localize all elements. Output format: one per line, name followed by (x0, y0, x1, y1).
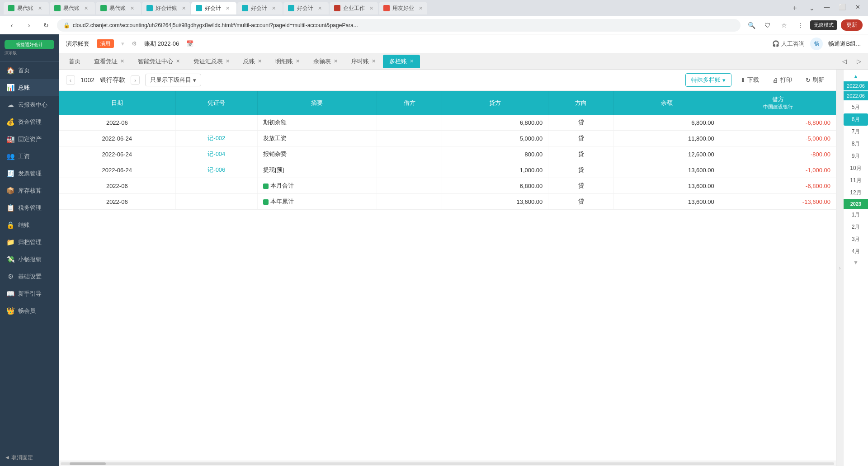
date-nav-month-4月[interactable]: 4月 (844, 245, 868, 258)
browser-tab-7[interactable]: 好会计 ✕ (283, 2, 329, 14)
print-button[interactable]: 🖨 打印 (768, 74, 797, 86)
unpin-button[interactable]: ◄ 取消固定 (5, 454, 54, 461)
tab-collapse-button[interactable]: ◁ (839, 56, 850, 67)
tab-close-icon[interactable]: ✕ (419, 5, 423, 11)
back-button[interactable]: ‹ (5, 19, 18, 32)
new-tab-button[interactable]: + (789, 3, 800, 14)
app-tab-close-icon[interactable]: ✕ (296, 58, 300, 64)
horizontal-scrollbar[interactable] (59, 461, 836, 466)
app-tab-智能凭证中心[interactable]: 智能凭证中心✕ (132, 55, 186, 68)
forward-button[interactable]: › (23, 19, 35, 32)
adblock-icon[interactable]: 🛡 (761, 19, 774, 32)
voucher-link[interactable]: 记-004 (208, 151, 225, 157)
url-input[interactable]: 🔒 cloud2.chanjet.com/accounting/uh26t264… (57, 19, 741, 32)
close-window-button[interactable]: ✕ (851, 2, 864, 12)
browser-tab-8[interactable]: 企业工作 ✕ (330, 2, 378, 14)
browser-tab-1[interactable]: 易代账 ✕ (4, 2, 49, 14)
app-tab-明细账[interactable]: 明细账✕ (269, 55, 306, 68)
tab-close-icon[interactable]: ✕ (318, 5, 322, 11)
sidebar-item-云报表中心[interactable]: ☁ 云报表中心 (0, 96, 59, 113)
sidebar-item-税务管理[interactable]: 📋 税务管理 (0, 199, 59, 217)
sidebar-item-新手引导[interactable]: 📖 新手引导 (0, 285, 59, 302)
app-tab-close-icon[interactable]: ✕ (120, 58, 124, 64)
sidebar-item-工资[interactable]: 👥 工资 (0, 148, 59, 165)
sidebar-item-资金管理[interactable]: 💰 资金管理 (0, 113, 59, 131)
sidebar-item-归档管理[interactable]: 📁 归档管理 (0, 234, 59, 251)
sidebar-item-固定资产[interactable]: 🏭 固定资产 (0, 131, 59, 148)
calendar-icon[interactable]: 📅 (186, 40, 193, 47)
settings-icon[interactable]: ⚙ (132, 40, 137, 47)
app-tab-close-icon[interactable]: ✕ (334, 58, 338, 64)
consultant-button[interactable]: 🎧 人工咨询 (772, 40, 805, 48)
tab-close-icon[interactable]: ✕ (182, 5, 186, 11)
browser-tab-4[interactable]: 好会计账 ✕ (142, 2, 190, 14)
browser-tab-5[interactable]: 好会计 ✕ (191, 2, 236, 14)
app-tab-close-icon[interactable]: ✕ (258, 58, 262, 64)
date-nav-month-5月[interactable]: 5月 (844, 101, 868, 113)
sidebar-item-首页[interactable]: 🏠 首页 (0, 62, 59, 79)
download-button[interactable]: ⬇ 下载 (736, 74, 764, 86)
cell-voucher[interactable]: 记-002 (175, 131, 258, 146)
date-nav-month-1月[interactable]: 1月 (844, 209, 868, 221)
reload-button[interactable]: ↻ (40, 19, 52, 32)
date-nav-down-button[interactable]: ▼ (844, 258, 868, 268)
scrollbar-thumb[interactable] (70, 462, 106, 465)
filter-select[interactable]: 只显示下级科目 ▾ (145, 74, 201, 86)
date-nav-month-7月[interactable]: 7月 (844, 126, 868, 138)
tab-close-icon[interactable]: ✕ (226, 5, 230, 11)
sidebar-item-总账[interactable]: 📊 总账 (0, 79, 59, 96)
sidebar-item-基础设置[interactable]: ⚙ 基础设置 (0, 268, 59, 285)
date-nav-month-9月[interactable]: 9月 (844, 150, 868, 162)
refresh-button[interactable]: ↻ 刷新 (801, 74, 829, 86)
browser-tab-6[interactable]: 好会计 ✕ (237, 2, 283, 14)
date-nav-up-button[interactable]: ▲ (844, 71, 868, 81)
minimize-button[interactable]: — (820, 2, 834, 12)
cell-voucher[interactable]: 记-004 (175, 146, 258, 162)
app-tab-close-icon[interactable]: ✕ (226, 58, 230, 64)
app-tab-close-icon[interactable]: ✕ (176, 58, 180, 64)
browser-tab-9[interactable]: 用友好业 ✕ (379, 2, 427, 14)
browser-tab-3[interactable]: 易代账 ✕ (96, 2, 141, 14)
scrollbar-track[interactable] (61, 462, 834, 465)
browser-settings-icon[interactable]: ⋮ (794, 19, 807, 32)
voucher-link[interactable]: 记-002 (208, 135, 225, 141)
tab-close-icon[interactable]: ✕ (84, 5, 88, 11)
tab-overflow-button[interactable]: ⌄ (806, 2, 818, 14)
voucher-link[interactable]: 记-006 (208, 166, 225, 173)
sidebar-item-小畅报销[interactable]: 💸 小畅报销 (0, 251, 59, 268)
date-nav-month-8月[interactable]: 8月 (844, 138, 868, 150)
app-tab-多栏账[interactable]: 多栏账✕ (383, 55, 420, 68)
maximize-button[interactable]: ⬜ (835, 2, 849, 12)
tab-close-icon[interactable]: ✕ (38, 5, 42, 11)
search-icon[interactable]: 🔍 (745, 19, 758, 32)
date-nav-month-3月[interactable]: 3月 (844, 233, 868, 245)
update-button[interactable]: 更新 (841, 19, 863, 31)
date-nav-month-12月[interactable]: 12月 (844, 187, 868, 199)
app-tab-余额表[interactable]: 余额表✕ (307, 55, 344, 68)
app-tab-总账[interactable]: 总账✕ (237, 55, 268, 68)
multi-col-button[interactable]: 特殊多栏账 ▾ (685, 73, 731, 87)
tab-close-icon[interactable]: ✕ (130, 5, 134, 11)
tab-close-icon[interactable]: ✕ (369, 5, 373, 11)
demo-badge[interactable]: 演用 (97, 39, 114, 48)
collapse-handle[interactable]: › (836, 70, 843, 466)
sidebar-item-畅会员[interactable]: 👑 畅会员 (0, 302, 59, 320)
sidebar-item-库存核算[interactable]: 📦 库存核算 (0, 182, 59, 199)
app-tab-序时账[interactable]: 序时账✕ (345, 55, 382, 68)
app-tab-close-icon[interactable]: ✕ (410, 58, 414, 64)
sidebar-item-结账[interactable]: 🔒 结账 (0, 217, 59, 234)
date-nav-month-6月[interactable]: 6月 (844, 113, 868, 126)
app-tab-首页[interactable]: 首页 (62, 55, 87, 68)
app-tab-close-icon[interactable]: ✕ (372, 58, 376, 64)
cell-voucher[interactable]: 记-006 (175, 162, 258, 178)
tab-expand-button[interactable]: ▷ (854, 56, 864, 67)
app-tab-查看凭证[interactable]: 查看凭证✕ (88, 55, 131, 68)
bookmark-icon[interactable]: ☆ (778, 19, 790, 32)
date-nav-month-2月[interactable]: 2月 (844, 221, 868, 233)
next-account-button[interactable]: › (131, 75, 140, 85)
tab-close-icon[interactable]: ✕ (272, 5, 276, 11)
date-nav-month-11月[interactable]: 11月 (844, 174, 868, 187)
sidebar-item-发票管理[interactable]: 🧾 发票管理 (0, 165, 59, 182)
browser-tab-2[interactable]: 易代账 ✕ (50, 2, 95, 14)
app-tab-凭证汇总表[interactable]: 凭证汇总表✕ (187, 55, 236, 68)
